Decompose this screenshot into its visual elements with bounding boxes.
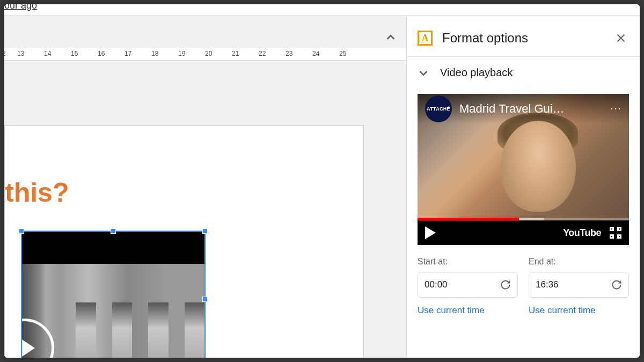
ruler-tick: 17: [125, 50, 131, 57]
resize-handle[interactable]: [202, 297, 208, 302]
section-header-video-playback[interactable]: Video playback: [407, 57, 640, 86]
ruler-tick: 16: [98, 50, 105, 57]
start-at-value: 00:00: [425, 279, 500, 290]
play-icon[interactable]: [425, 226, 436, 239]
ruler-tick: 19: [178, 50, 185, 57]
video-title[interactable]: Madrid Travel Gui…: [459, 102, 603, 116]
end-at-value: 16:36: [536, 279, 611, 290]
start-at-column: Start at: 00:00 Use current time: [418, 257, 518, 316]
fullscreen-icon[interactable]: [610, 227, 621, 239]
ruler-tick: 21: [232, 50, 239, 57]
video-controls: YouTube: [418, 220, 629, 245]
refresh-icon[interactable]: [611, 279, 622, 290]
ruler-tick: 22: [259, 50, 266, 57]
slide[interactable]: this?: [4, 125, 364, 358]
ruler-tick: 14: [44, 50, 51, 57]
last-edit-fragment[interactable]: our ago: [4, 4, 37, 11]
resize-handle[interactable]: [202, 228, 208, 234]
ruler-tick: 24: [312, 50, 319, 57]
ruler-tick: 2: [4, 50, 6, 57]
ruler-tick: 20: [205, 50, 212, 57]
topbar: our ago: [4, 4, 640, 15]
resize-handle[interactable]: [111, 228, 116, 234]
start-at-label: Start at:: [418, 257, 518, 267]
panel-title: Format options: [442, 31, 605, 46]
end-at-label: End at:: [529, 257, 629, 267]
chevron-up-icon[interactable]: [385, 32, 397, 43]
video-preview[interactable]: ATTACHÉ Madrid Travel Gui… ⋮ YouTube: [418, 94, 629, 245]
embedded-video[interactable]: [21, 231, 206, 358]
ruler-tick: 23: [286, 50, 292, 57]
horizontal-ruler[interactable]: 2 13 14 15 16 17 18 19 20 21 22 23 24 25: [4, 48, 406, 61]
refresh-icon[interactable]: [500, 279, 511, 290]
time-inputs: Start at: 00:00 Use current time End at:…: [407, 245, 640, 316]
end-at-input[interactable]: 16:36: [529, 272, 629, 298]
channel-avatar[interactable]: ATTACHÉ: [425, 95, 452, 122]
use-current-time-end[interactable]: Use current time: [529, 305, 629, 316]
ruler-tick: 13: [17, 50, 24, 57]
canvas-area[interactable]: 2 13 14 15 16 17 18 19 20 21 22 23 24 25…: [4, 16, 406, 358]
ruler-tick: 18: [151, 50, 158, 57]
end-at-column: End at: 16:36 Use current time: [529, 257, 629, 316]
youtube-logo[interactable]: YouTube: [563, 227, 601, 239]
panel-header: A Format options: [407, 16, 640, 56]
ruler-tick: 25: [339, 50, 346, 57]
format-options-icon: A: [418, 31, 433, 46]
app-window: our ago 2 13 14 15 16 17 18 19 20 21 22 …: [4, 4, 640, 358]
close-icon[interactable]: [615, 32, 627, 44]
main-area: 2 13 14 15 16 17 18 19 20 21 22 23 24 25…: [4, 15, 640, 358]
slide-title-fragment: this?: [5, 177, 363, 208]
chevron-down-icon: [418, 67, 429, 79]
format-options-panel: A Format options Video playback: [406, 16, 640, 358]
more-icon[interactable]: ⋮: [611, 104, 621, 114]
video-titlebar: ATTACHÉ Madrid Travel Gui… ⋮: [418, 94, 629, 124]
section-title: Video playback: [440, 67, 513, 79]
use-current-time-start[interactable]: Use current time: [418, 305, 518, 316]
video-thumbnail: [22, 232, 204, 358]
start-at-input[interactable]: 00:00: [418, 272, 518, 298]
resize-handle[interactable]: [19, 228, 24, 234]
ruler-tick: 15: [71, 50, 78, 57]
